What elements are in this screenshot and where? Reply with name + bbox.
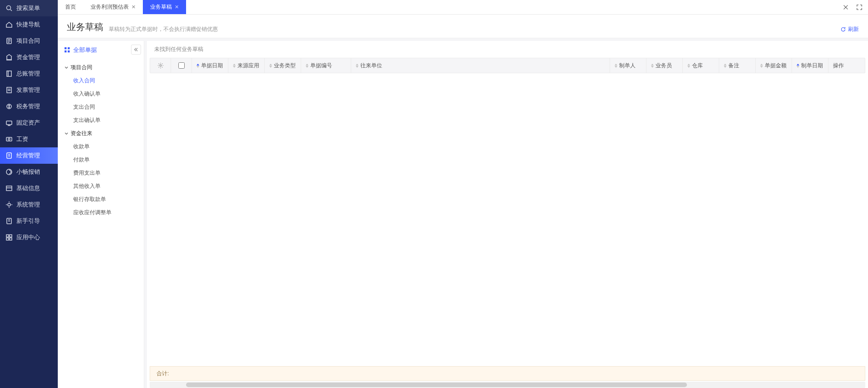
tree-group-label: 项目合同: [71, 64, 92, 71]
horizontal-scrollbar[interactable]: [150, 382, 865, 388]
page-subtitle: 草稿转为正式单据时，不会执行满赠促销优惠: [109, 25, 218, 33]
col-btype[interactable]: 业务类型: [265, 58, 301, 73]
close-icon[interactable]: ✕: [175, 4, 179, 10]
refresh-icon: [840, 26, 846, 32]
sidebar-item-system[interactable]: 系统管理: [0, 197, 58, 213]
col-amt[interactable]: 单据金额: [756, 58, 792, 73]
tabs-bar: 首页业务利润预估表✕业务草稿✕: [58, 0, 868, 15]
tree-leaf-1-4[interactable]: 银行存取款单: [58, 193, 144, 206]
col-maker[interactable]: 制单人: [610, 58, 646, 73]
sidebar-item-quick-nav[interactable]: 快捷导航: [0, 16, 58, 33]
sort-icon: [760, 64, 763, 68]
col-op[interactable]: 操作: [828, 58, 865, 73]
sort-icon: [797, 64, 799, 68]
svg-rect-13: [6, 235, 9, 237]
col-date[interactable]: 单据日期: [192, 58, 228, 73]
sort-icon: [724, 64, 727, 68]
asset-icon: [5, 119, 13, 126]
col-no[interactable]: 单据编号: [301, 58, 351, 73]
sidebar-item-label: 基础信息: [16, 184, 40, 192]
tree-leaf-0-0[interactable]: 收入合同: [58, 74, 144, 87]
tree-leaf-1-5[interactable]: 应收应付调整单: [58, 206, 144, 219]
col-label: 仓库: [692, 62, 703, 70]
tree-leaf-1-3[interactable]: 其他收入单: [58, 180, 144, 193]
tree-leaf-0-1[interactable]: 收入确认单: [58, 87, 144, 101]
sidebar-item-project[interactable]: 项目合同: [0, 33, 58, 49]
guide-icon: [5, 217, 13, 225]
doc-icon: [5, 37, 13, 45]
select-all-checkbox[interactable]: [178, 62, 185, 69]
svg-rect-3: [7, 87, 11, 93]
sort-icon: [356, 64, 358, 68]
tab-1[interactable]: 业务利润预估表✕: [83, 0, 143, 14]
sidebar-item-fund[interactable]: 资金管理: [0, 49, 58, 66]
col-party[interactable]: 往来单位: [351, 58, 610, 73]
col-remark[interactable]: 备注: [719, 58, 756, 73]
grid-icon: [64, 47, 71, 53]
table-header: 单据日期来源应用业务类型单据编号往来单位制单人业务员仓库备注单据金额制单日期操作: [150, 58, 865, 73]
svg-rect-17: [65, 47, 66, 49]
sys-icon: [5, 201, 13, 208]
select-all-cell[interactable]: [171, 58, 192, 73]
svg-point-7: [8, 138, 10, 140]
sort-icon: [615, 64, 617, 68]
tree-group-0[interactable]: 项目合同: [58, 61, 144, 74]
chevron-down-icon: [64, 131, 69, 136]
tree-leaf-1-0[interactable]: 收款单: [58, 140, 144, 153]
content-area: 未找到任何业务草稿 单据日期来源应用业务类型单据编号往来单位制单人业务员仓库备注…: [147, 41, 868, 388]
col-label: 制单人: [619, 62, 636, 70]
sidebar-item-label: 工资: [16, 135, 28, 143]
refresh-button[interactable]: 刷新: [840, 25, 859, 33]
sidebar-item-ledger[interactable]: 总账管理: [0, 66, 58, 82]
tab-label: 业务利润预估表: [91, 3, 129, 11]
tree-leaf-1-2[interactable]: 费用支出单: [58, 166, 144, 180]
sidebar-item-appcenter[interactable]: 应用中心: [0, 229, 58, 246]
svg-rect-5: [6, 121, 12, 125]
col-src[interactable]: 来源应用: [228, 58, 265, 73]
tree-leaf-0-2[interactable]: 支出合同: [58, 101, 144, 114]
col-label: 操作: [833, 62, 844, 70]
col-label: 业务员: [656, 62, 672, 70]
svg-rect-10: [6, 186, 12, 191]
sidebar: 搜索菜单快捷导航项目合同资金管理总账管理发票管理税务管理固定资产工资经营管理小畅…: [0, 0, 58, 388]
page-title: 业务草稿: [67, 21, 103, 33]
salary-icon: [5, 136, 13, 143]
collapse-panel-button[interactable]: [131, 45, 141, 55]
svg-rect-20: [68, 50, 70, 52]
sidebar-item-asset[interactable]: 固定资产: [0, 115, 58, 131]
tree-leaf-1-1[interactable]: 付款单: [58, 153, 144, 166]
search-icon: [5, 5, 13, 12]
invoice-icon: [5, 86, 13, 94]
col-wh[interactable]: 仓库: [683, 58, 719, 73]
scrollbar-thumb[interactable]: [186, 383, 687, 387]
col-sales[interactable]: 业务员: [646, 58, 683, 73]
sidebar-item-search-menu[interactable]: 搜索菜单: [0, 0, 58, 16]
filter-tree: 项目合同收入合同收入确认单支出合同支出确认单资金往来收款单付款单费用支出单其他收…: [58, 59, 144, 224]
sidebar-item-biz[interactable]: 经营管理: [0, 147, 58, 164]
sidebar-item-salary[interactable]: 工资: [0, 131, 58, 147]
close-icon[interactable]: ✕: [131, 4, 136, 10]
tree-leaf-0-3[interactable]: 支出确认单: [58, 114, 144, 127]
sidebar-item-base[interactable]: 基础信息: [0, 180, 58, 197]
column-settings-button[interactable]: [150, 58, 171, 73]
col-label: 来源应用: [237, 62, 259, 70]
page-header: 业务草稿 草稿转为正式单据时，不会执行满赠促销优惠 刷新: [58, 15, 868, 38]
col-label: 往来单位: [360, 62, 382, 70]
sidebar-item-label: 快捷导航: [16, 20, 40, 29]
sidebar-item-label: 搜索菜单: [16, 4, 40, 12]
fullscreen-icon[interactable]: [855, 3, 863, 11]
tab-label: 首页: [65, 3, 76, 11]
sidebar-item-label: 资金管理: [16, 53, 40, 61]
col-mdate[interactable]: 制单日期: [792, 58, 828, 73]
tab-2[interactable]: 业务草稿✕: [143, 0, 186, 14]
tree-group-1[interactable]: 资金往来: [58, 127, 144, 140]
svg-rect-8: [7, 153, 11, 158]
sidebar-item-invoice[interactable]: 发票管理: [0, 82, 58, 98]
close-all-icon[interactable]: [842, 3, 850, 11]
tab-0[interactable]: 首页: [58, 0, 83, 14]
sidebar-item-tax[interactable]: 税务管理: [0, 98, 58, 115]
base-icon: [5, 185, 13, 192]
sidebar-item-label: 项目合同: [16, 37, 40, 45]
sidebar-item-guide[interactable]: 新手引导: [0, 213, 58, 229]
sidebar-item-reimburse[interactable]: 小畅报销: [0, 164, 58, 180]
